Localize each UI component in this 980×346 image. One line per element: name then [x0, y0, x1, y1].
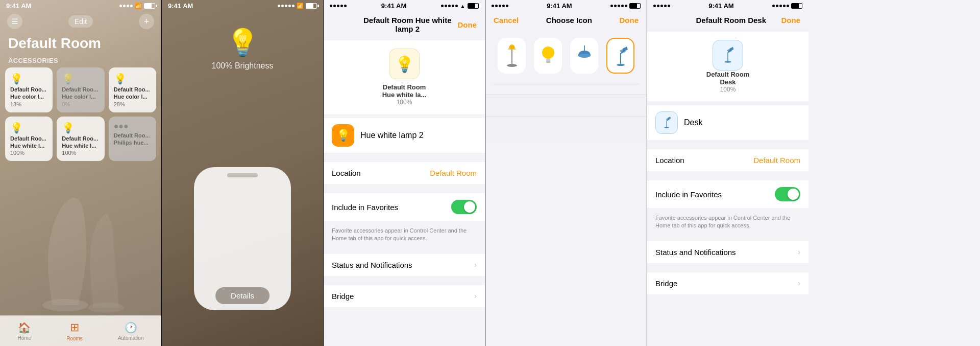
desk-list-svg	[660, 116, 673, 129]
desk-bridge-label: Bridge	[655, 279, 677, 288]
p2-status-icons: 📶	[278, 3, 317, 9]
tile-status-1: 13%	[10, 101, 47, 107]
desk-name-row[interactable]: Desk	[647, 105, 808, 140]
icon-choice-desk-lamp[interactable]	[606, 38, 634, 74]
desk-detail-card: Default RoomDesk 100%	[647, 32, 808, 101]
panel-accessory-detail: 9:41 AM ▲ Default Room Hue white lamp 2 …	[324, 0, 485, 346]
rooms-icon: ⊞	[70, 321, 79, 334]
panel-desk-detail: 9:41 AM Default Room Desk Done Default R…	[647, 0, 808, 346]
desk-status-notif-label: Status and Notifications	[655, 248, 736, 257]
bridge-chevron: ›	[474, 292, 477, 300]
svg-rect-9	[584, 45, 585, 51]
desk-detail-svg	[719, 46, 737, 64]
p5-nav: Default Room Desk Done	[647, 12, 808, 28]
tile-icon-2: 💡	[62, 73, 99, 85]
svg-rect-8	[546, 61, 550, 63]
favorites-note: Favorite accessories appear in Control C…	[324, 224, 485, 248]
tab-automation[interactable]: 🕐 Automation	[118, 321, 144, 341]
icon-choice-floor-lamp[interactable]	[498, 38, 526, 74]
accessory-tile-6[interactable]: ●●● Default Roo...Philips hue...	[109, 117, 156, 162]
accessory-tile-2[interactable]: 💡 Default Roo...Hue color l... 0%	[57, 67, 104, 112]
icon-choice-ceiling-lamp[interactable]	[570, 38, 598, 74]
tab-rooms[interactable]: ⊞ Rooms	[66, 321, 83, 341]
tile-status-4: 100%	[10, 150, 47, 156]
desk-name-text: Desk	[684, 118, 702, 127]
p3-done-button[interactable]: Done	[458, 20, 477, 29]
desk-status-notif-row[interactable]: Status and Notifications ›	[647, 241, 808, 263]
svg-rect-3	[511, 50, 512, 64]
desk-accessory-name: Default RoomDesk	[706, 71, 750, 86]
tab-rooms-label: Rooms	[66, 336, 83, 341]
desk-location-row[interactable]: Location Default Room	[647, 149, 808, 171]
location-row[interactable]: Location Default Room	[324, 162, 485, 184]
desk-location-label: Location	[655, 156, 684, 165]
tab-home[interactable]: 🏠 Home	[18, 321, 32, 341]
favorites-row: Include in Favorites	[324, 193, 485, 221]
desk-list-icon	[655, 111, 678, 134]
desk-location-value: Default Room	[753, 156, 800, 165]
icon-placeholder-row-1	[485, 95, 647, 117]
p3-nav-title: Default Room Hue white lamp 2	[357, 16, 458, 33]
remaining-space	[808, 0, 980, 346]
desk-status-notif-chevron: ›	[798, 248, 800, 256]
edit-button[interactable]: Edit	[68, 15, 93, 28]
desk-bridge-row[interactable]: Bridge ›	[647, 272, 808, 294]
accessory-detail-card: 💡 Default RoomHue white la... 100%	[324, 40, 485, 114]
p5-nav-title: Default Room Desk	[681, 16, 781, 25]
bridge-row[interactable]: Bridge ›	[324, 285, 485, 307]
status-notif-section: Status and Notifications ›	[324, 254, 485, 276]
panel-lamp-detail: 9:41 AM 📶 💡 100% Brightness Details	[162, 0, 323, 346]
desk-favorites-toggle[interactable]	[775, 187, 800, 201]
p3-nav: Default Room Hue white lamp 2 Done	[324, 12, 485, 36]
svg-point-15	[724, 61, 731, 62]
icon-choice-bulb[interactable]	[534, 38, 562, 74]
p4-cancel-button[interactable]: Cancel	[494, 16, 519, 25]
status-notif-row[interactable]: Status and Notifications ›	[324, 254, 485, 276]
svg-marker-5	[508, 45, 516, 50]
svg-point-18	[664, 127, 669, 128]
location-value: Default Room	[430, 169, 477, 177]
brightness-text: 100% Brightness	[212, 61, 274, 71]
p4-status-bar: 9:41 AM	[485, 0, 647, 12]
p5-status-time: 9:41 AM	[708, 2, 733, 10]
accessory-detail-icon: 💡	[389, 49, 420, 79]
p3-status-time: 9:41 AM	[381, 2, 406, 10]
status-time: 9:41 AM	[6, 2, 31, 10]
nav-bar: ☰ Edit +	[0, 12, 161, 33]
tile-name-6: Default Roo...Philips hue...	[114, 132, 151, 147]
accessory-tile-5[interactable]: 💡 Default Roo...Hue white l... 100%	[57, 117, 104, 162]
p4-done-button[interactable]: Done	[620, 16, 639, 25]
p5-status-bar: 9:41 AM	[647, 0, 808, 12]
desk-name-section: Desk	[647, 105, 808, 140]
desk-accessory-pct: 100%	[720, 86, 736, 93]
accessory-name-text: Hue white lamp 2	[360, 131, 424, 140]
accessory-tile-4[interactable]: 💡 Default Roo...Hue white l... 100%	[5, 117, 53, 162]
detail-bulb-icon: 💡	[395, 55, 414, 73]
plus-icon: +	[144, 16, 150, 27]
status-notif-label: Status and Notifications	[332, 261, 412, 269]
tile-name-4: Default Roo...Hue white l...	[10, 135, 47, 150]
floor-lamp-svg	[502, 43, 522, 68]
automation-icon: 🕐	[125, 321, 137, 334]
accessory-tile-1[interactable]: 💡 Default Roo...Hue color l... 13%	[5, 67, 53, 112]
panel-choose-icon: 9:41 AM Cancel Choose Icon Done	[485, 0, 647, 346]
detail-accessory-name: Default RoomHue white la...	[382, 83, 427, 99]
desk-detail-icon	[713, 40, 743, 71]
p3-status-bar: 9:41 AM ▲	[324, 0, 485, 12]
desk-favorites-row: Include in Favorites	[647, 180, 808, 208]
tile-icon-4: 💡	[10, 122, 47, 134]
accessory-name-icon: 💡	[332, 124, 354, 147]
details-button[interactable]: Details	[215, 287, 270, 304]
accessory-tile-3[interactable]: 💡 Default Roo...Hue color l... 28%	[109, 67, 156, 112]
accessory-name-row[interactable]: 💡 Hue white lamp 2	[324, 118, 485, 153]
lamp-display: 💡 100% Brightness	[162, 12, 323, 71]
tile-name-2: Default Roo...Hue color l...	[62, 86, 99, 101]
ceiling-lamp-svg	[573, 44, 596, 67]
favorites-toggle[interactable]	[451, 200, 477, 214]
menu-button[interactable]: ☰	[7, 14, 22, 29]
tile-status-5: 100%	[62, 150, 99, 156]
tile-name-1: Default Roo...Hue color l...	[10, 86, 47, 101]
add-button[interactable]: +	[139, 14, 154, 29]
tab-automation-label: Automation	[118, 335, 144, 341]
p5-done-button[interactable]: Done	[781, 16, 801, 25]
